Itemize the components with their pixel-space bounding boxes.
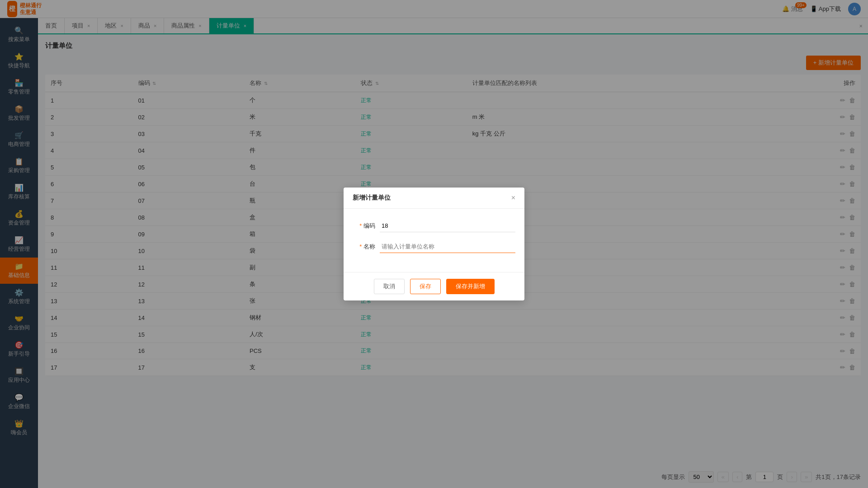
form-row-name: * 名称 [353,240,515,253]
add-unit-modal: 新增计量单位 × * 编码 * 名称 取消 [344,188,524,300]
required-mark2: * [359,243,363,250]
save-button[interactable]: 保存 [410,279,441,294]
modal-body: * 编码 * 名称 [344,209,524,272]
required-mark: * [359,222,363,229]
name-input[interactable] [380,240,515,253]
cancel-button[interactable]: 取消 [374,279,405,294]
save-and-new-button[interactable]: 保存并新增 [446,279,495,294]
name-field-label: * 名称 [353,243,380,251]
modal-title: 新增计量单位 [353,194,391,202]
app-wrapper: 橙 橙林通行生意通 🔔 消息 99+ 📱 App下载 A 🔍 搜索菜单 [0,0,868,488]
modal-close-button[interactable]: × [511,194,515,202]
form-row-code: * 编码 [353,220,515,232]
code-input[interactable] [380,220,515,232]
modal-footer: 取消 保存 保存并新增 [344,272,524,300]
modal-header: 新增计量单位 × [344,188,524,209]
modal-overlay: 新增计量单位 × * 编码 * 名称 取消 [0,0,868,488]
code-field-label: * 编码 [353,222,380,230]
